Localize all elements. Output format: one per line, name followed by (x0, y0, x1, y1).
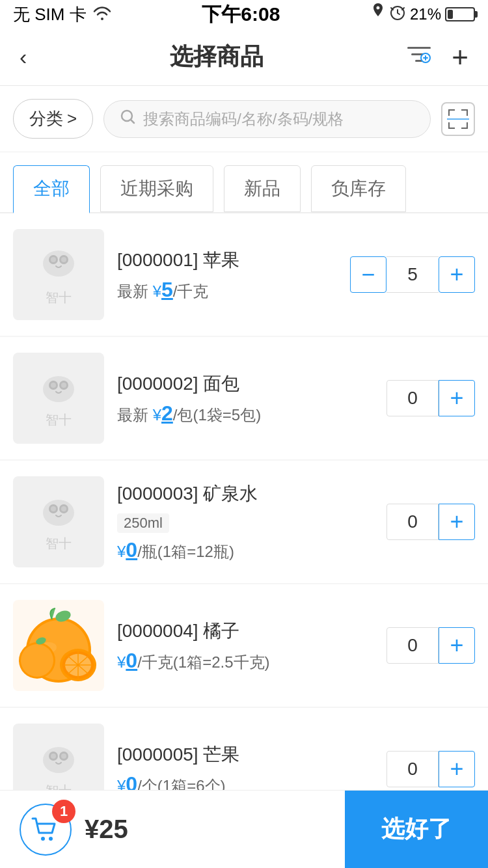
status-time: 下午6:08 (202, 1, 280, 28)
price-unit: /千克 (173, 282, 209, 300)
placeholder-owl-icon (39, 492, 78, 532)
tab-new[interactable]: 新品 (224, 165, 301, 212)
svg-point-28 (51, 506, 56, 511)
price-unit: /包(1袋=5包) (173, 406, 261, 424)
qty-display: 0 (386, 751, 439, 787)
svg-rect-7 (448, 109, 450, 116)
bottom-bar: 1 ¥25 选好了 (0, 790, 488, 868)
qty-control-0000005: 0 + (386, 751, 475, 787)
product-price: 最新 ¥5/千克 (117, 278, 337, 302)
product-price: 最新 ¥2/包(1袋=5包) (117, 401, 373, 426)
product-price: ¥0/千克(1箱=2.5千克) (117, 649, 373, 673)
price-symbol: ¥ (153, 282, 161, 300)
svg-rect-14 (447, 118, 469, 120)
tab-negative[interactable]: 负库存 (311, 165, 406, 212)
filter-bar: 分类 > 搜索商品编码/名称/条码/规格 (0, 86, 488, 152)
price-label: 最新 (117, 406, 153, 424)
price-unit: /瓶(1箱=12瓶) (137, 543, 234, 560)
product-name: [0000005] 芒果 (117, 742, 373, 767)
brand-text: 智十 (46, 289, 72, 306)
qty-input[interactable] (386, 256, 439, 293)
location-icon (371, 3, 385, 25)
svg-point-58 (49, 837, 53, 841)
increment-button[interactable]: + (439, 751, 475, 787)
scan-button[interactable] (441, 102, 475, 136)
svg-point-18 (51, 257, 56, 262)
svg-point-19 (61, 257, 66, 262)
tab-recent[interactable]: 近期采购 (100, 165, 213, 212)
category-arrow: > (67, 109, 77, 129)
svg-point-15 (43, 251, 74, 277)
filter-button[interactable] (406, 44, 432, 70)
product-name: [0000002] 面包 (117, 372, 373, 396)
increment-button[interactable]: + (439, 256, 475, 293)
svg-point-47 (51, 753, 56, 759)
cart-section: 1 ¥25 (0, 804, 345, 856)
product-image-0000001: 智十 (13, 229, 104, 320)
qty-display: 0 (386, 380, 439, 416)
product-name: [0000003] 矿泉水 (117, 481, 373, 506)
search-box[interactable]: 搜索商品编码/名称/条码/规格 (103, 100, 431, 138)
product-image-0000003: 智十 (13, 476, 104, 567)
search-placeholder: 搜索商品编码/名称/条码/规格 (143, 109, 344, 129)
cart-badge: 1 (52, 800, 75, 823)
product-name: [0000001] 苹果 (117, 248, 337, 273)
tab-all[interactable]: 全部 (13, 165, 90, 213)
qty-display: 0 (386, 627, 439, 664)
product-image-0000004 (13, 600, 104, 691)
increment-button[interactable]: + (439, 504, 475, 540)
qty-control-0000001: − + (350, 256, 475, 293)
svg-point-23 (51, 383, 56, 388)
price-unit: /千克(1箱=2.5千克) (137, 653, 269, 671)
add-button[interactable]: + (452, 41, 468, 74)
svg-rect-11 (448, 122, 450, 129)
product-price: ¥0/瓶(1箱=12瓶) (117, 538, 373, 562)
search-icon (120, 109, 137, 129)
product-info: [0000003] 矿泉水 250ml ¥0/瓶(1箱=12瓶) (117, 481, 373, 562)
list-item: 智十 [0000002] 面包 最新 ¥2/包(1袋=5包) 0 + (0, 337, 488, 459)
product-info: [0000001] 苹果 最新 ¥5/千克 (117, 248, 337, 302)
qty-control-0000002: 0 + (386, 380, 475, 416)
price-value: 5 (161, 278, 173, 301)
nav-actions: + (406, 41, 468, 74)
svg-rect-1 (407, 47, 431, 49)
svg-point-44 (43, 747, 74, 773)
carrier-text: 无 SIM 卡 (13, 3, 87, 26)
brand-text: 智十 (46, 411, 72, 429)
list-item: 智十 [0000003] 矿泉水 250ml ¥0/瓶(1箱=12瓶) 0 + (0, 461, 488, 583)
svg-point-29 (61, 506, 66, 511)
tabs-bar: 全部 近期采购 新品 负库存 (0, 152, 488, 213)
product-info: [0000005] 芒果 ¥0/个(1箱=6个) (117, 742, 373, 796)
decrement-button[interactable]: − (350, 256, 386, 293)
svg-point-24 (61, 383, 66, 388)
product-info: [0000002] 面包 最新 ¥2/包(1袋=5包) (117, 372, 373, 426)
svg-point-25 (43, 500, 74, 526)
placeholder-owl-icon (39, 243, 78, 286)
product-image-0000002: 智十 (13, 353, 104, 444)
svg-point-20 (43, 376, 74, 402)
confirm-button[interactable]: 选好了 (345, 791, 488, 869)
svg-point-35 (21, 644, 53, 677)
list-item: [0000004] 橘子 ¥0/千克(1箱=2.5千克) 0 + (0, 584, 488, 707)
category-button[interactable]: 分类 > (13, 99, 93, 139)
placeholder-owl-icon (39, 739, 78, 780)
back-button[interactable]: ‹ (20, 44, 27, 70)
page-title: 选择商品 (170, 41, 264, 73)
product-list: 智十 [0000001] 苹果 最新 ¥5/千克 − + (0, 213, 488, 868)
brand-text: 智十 (46, 535, 72, 552)
product-spec: 250ml (117, 513, 169, 533)
battery-percentage: 21% (410, 5, 441, 23)
wifi-icon (93, 5, 111, 25)
status-left: 无 SIM 卡 (13, 3, 111, 26)
increment-button[interactable]: + (439, 627, 475, 664)
list-item: 智十 [0000001] 苹果 最新 ¥5/千克 − + (0, 213, 488, 336)
product-info: [0000004] 橘子 ¥0/千克(1箱=2.5千克) (117, 619, 373, 673)
cart-button[interactable]: 1 (20, 804, 72, 856)
svg-point-48 (61, 753, 66, 759)
increment-button[interactable]: + (439, 380, 475, 416)
status-bar: 无 SIM 卡 下午6:08 21% (0, 0, 488, 29)
svg-rect-9 (467, 109, 468, 116)
cart-total: ¥25 (85, 815, 128, 844)
alarm-icon (389, 4, 406, 25)
price-label: 最新 (117, 282, 153, 300)
